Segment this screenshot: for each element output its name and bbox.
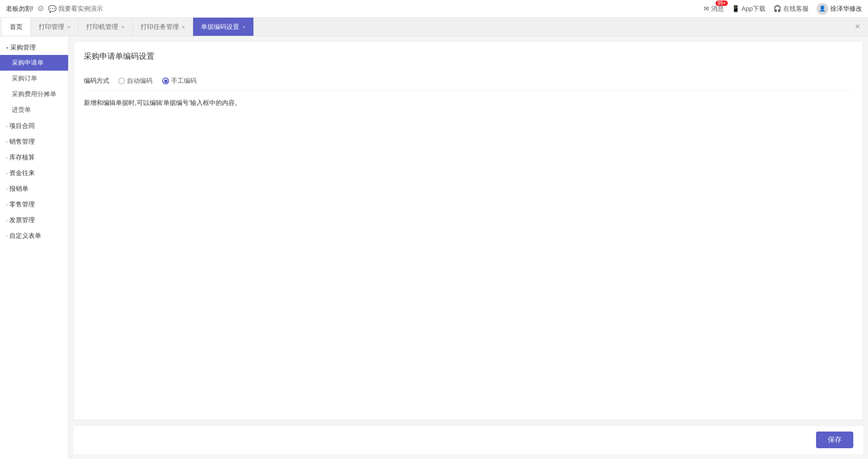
radio-manual-circle: [162, 77, 169, 84]
tab-home[interactable]: 首页: [2, 18, 31, 36]
sidebar-item-stock-in[interactable]: 进货单: [0, 102, 68, 118]
user-name: 徐泽华修改: [830, 4, 862, 13]
bottom-bar: 保存: [74, 425, 863, 454]
save-button[interactable]: 保存: [816, 432, 853, 448]
radio-auto-circle: [118, 77, 125, 84]
sidebar-group-custom-label: 自定义表单: [9, 231, 41, 240]
hint-content: 新增和编辑单据时,可以编辑'单据编号'输入框中的内容。: [84, 99, 241, 106]
sidebar-group-sales-header[interactable]: › 销售管理: [0, 134, 68, 149]
purchase-arrow-icon: ▾: [6, 45, 8, 51]
top-bar-left: 老板勿割! ⚙ 💬 我要看实例演示: [6, 4, 103, 13]
service-icon: 🎧: [773, 5, 781, 12]
content-area: 采购申请单编码设置 编码方式 自动编码 手工编码 新增和编辑单据时,可: [69, 36, 868, 459]
demo-icon: 💬: [48, 5, 56, 13]
tab-single-code-label: 单据编码设置: [201, 23, 239, 31]
tab-printer-mgmt-close[interactable]: ×: [121, 24, 124, 30]
tab-single-code[interactable]: 单据编码设置 ×: [193, 18, 253, 36]
tab-print-mgmt-close[interactable]: ×: [67, 24, 70, 30]
sidebar-group-invoice-header[interactable]: › 发票管理: [0, 213, 68, 228]
sidebar-group-expense-label: 报销单: [9, 184, 28, 193]
project-arrow-icon: ›: [6, 124, 7, 129]
tab-bar-close-all[interactable]: ×: [849, 22, 866, 32]
coding-label: 编码方式: [84, 76, 118, 85]
sidebar-item-purchase-expense[interactable]: 采购费用分摊单: [0, 86, 68, 102]
sidebar-group-project-header[interactable]: › 项目合同: [0, 119, 68, 133]
coding-method-row: 编码方式 自动编码 手工编码: [84, 72, 853, 91]
sidebar-group-custom: › 自定义表单: [0, 229, 68, 243]
online-service-button[interactable]: 🎧 在线客服: [773, 4, 809, 13]
radio-manual-label: 手工编码: [171, 76, 197, 85]
retail-arrow-icon: ›: [6, 202, 7, 207]
sidebar-group-retail-header[interactable]: › 零售管理: [0, 197, 68, 212]
sidebar-group-project-label: 项目合同: [9, 122, 35, 130]
sidebar-item-purchase-order[interactable]: 采购订单: [0, 71, 68, 86]
hint-text: 新增和编辑单据时,可以编辑'单据编号'输入框中的内容。: [84, 99, 853, 107]
inventory-arrow-icon: ›: [6, 155, 7, 160]
tab-bar: 首页 打印管理 × 打印机管理 × 打印任务管理 × 单据编码设置 × ×: [0, 18, 868, 36]
sidebar-group-sales: › 销售管理: [0, 134, 68, 149]
tab-printer-mgmt[interactable]: 打印机管理 ×: [78, 18, 132, 36]
message-icon: ✉: [704, 5, 709, 12]
main-layout: ▾ 采购管理 采购申请单 采购订单 采购费用分摊单 进货单 › 项目合同 › 销…: [0, 36, 868, 459]
sidebar-group-custom-header[interactable]: › 自定义表单: [0, 229, 68, 243]
sidebar-group-sales-label: 销售管理: [9, 137, 35, 146]
message-button[interactable]: ✉ 消息 99+: [704, 4, 724, 13]
sales-arrow-icon: ›: [6, 139, 7, 145]
user-menu[interactable]: 👤 徐泽华修改: [817, 3, 862, 15]
sidebar-group-project: › 项目合同: [0, 119, 68, 133]
sidebar-group-invoice-label: 发票管理: [9, 216, 35, 225]
sidebar-group-inventory-label: 库存核算: [9, 153, 35, 162]
page-title: 采购申请单编码设置: [84, 51, 853, 62]
tab-printer-mgmt-label: 打印机管理: [86, 23, 118, 31]
settings-icon[interactable]: ⚙: [37, 4, 44, 13]
avatar: 👤: [817, 3, 828, 15]
tab-print-task-label: 打印任务管理: [141, 23, 179, 31]
app-logo: 老板勿割!: [6, 4, 33, 13]
tab-home-label: 首页: [10, 23, 23, 31]
message-badge: 99+: [716, 0, 728, 6]
tab-print-task-close[interactable]: ×: [182, 24, 185, 30]
sidebar-group-finance-label: 资金往来: [9, 169, 35, 178]
content-main: 采购申请单编码设置 编码方式 自动编码 手工编码 新增和编辑单据时,可: [74, 41, 863, 420]
sidebar-item-purchase-request[interactable]: 采购申请单: [0, 55, 68, 71]
top-bar-right: ✉ 消息 99+ 📱 App下载 🎧 在线客服 👤 徐泽华修改: [704, 3, 862, 15]
app-download-button[interactable]: 📱 App下载: [732, 4, 766, 13]
tab-print-task[interactable]: 打印任务管理 ×: [133, 18, 193, 36]
top-bar: 老板勿割! ⚙ 💬 我要看实例演示 ✉ 消息 99+ 📱 App下载 🎧 在线客…: [0, 0, 868, 18]
sidebar-group-retail: › 零售管理: [0, 197, 68, 212]
radio-group-coding: 自动编码 手工编码: [118, 76, 197, 85]
tab-print-mgmt[interactable]: 打印管理 ×: [31, 18, 78, 36]
radio-auto-coding[interactable]: 自动编码: [118, 76, 152, 85]
demo-link[interactable]: 💬 我要看实例演示: [48, 4, 103, 13]
invoice-arrow-icon: ›: [6, 218, 7, 223]
sidebar-group-invoice: › 发票管理: [0, 213, 68, 228]
sidebar-group-expense-header[interactable]: › 报销单: [0, 181, 68, 196]
sidebar-group-finance: › 资金往来: [0, 166, 68, 180]
sidebar-group-expense: › 报销单: [0, 181, 68, 196]
sidebar-group-purchase-header[interactable]: ▾ 采购管理: [0, 40, 68, 55]
demo-text: 我要看实例演示: [58, 4, 103, 13]
sidebar-group-retail-label: 零售管理: [9, 200, 35, 209]
online-service-label: 在线客服: [783, 4, 809, 13]
tab-print-mgmt-label: 打印管理: [39, 23, 64, 31]
app-icon: 📱: [732, 5, 740, 12]
sidebar-group-purchase: ▾ 采购管理 采购申请单 采购订单 采购费用分摊单 进货单: [0, 40, 68, 118]
sidebar-group-inventory: › 库存核算: [0, 150, 68, 165]
radio-auto-label: 自动编码: [127, 76, 152, 85]
tab-single-code-close[interactable]: ×: [242, 24, 245, 30]
sidebar-group-purchase-label: 采购管理: [10, 43, 36, 52]
expense-arrow-icon: ›: [6, 186, 7, 192]
sidebar: ▾ 采购管理 采购申请单 采购订单 采购费用分摊单 进货单 › 项目合同 › 销…: [0, 36, 69, 459]
radio-manual-coding[interactable]: 手工编码: [162, 76, 197, 85]
custom-arrow-icon: ›: [6, 233, 7, 239]
sidebar-group-inventory-header[interactable]: › 库存核算: [0, 150, 68, 165]
app-download-label: App下载: [742, 4, 766, 13]
sidebar-group-finance-header[interactable]: › 资金往来: [0, 166, 68, 180]
finance-arrow-icon: ›: [6, 171, 7, 176]
